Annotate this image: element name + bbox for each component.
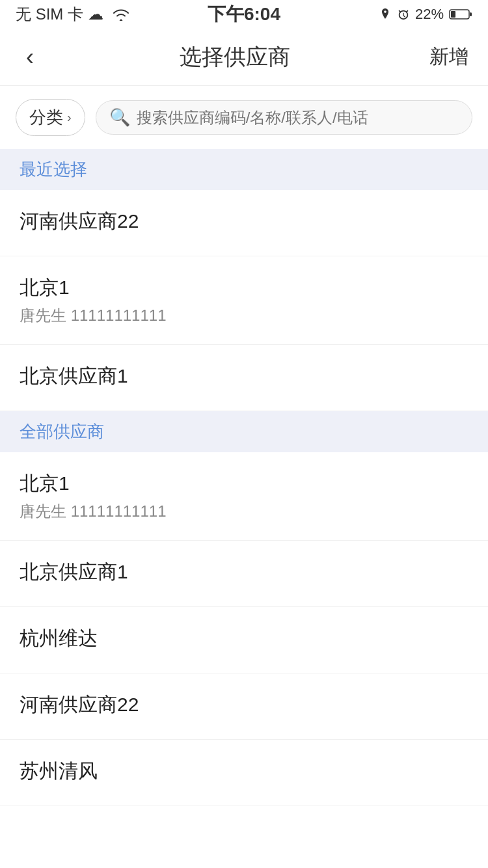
all-list-item[interactable]: 杭州维达 [0,607,488,673]
location-icon [379,7,392,21]
all-list-item[interactable]: 河南供应商22 [0,673,488,740]
recent-list-item[interactable]: 河南供应商22 [0,190,488,256]
nav-bar: ‹ 选择供应商 新增 [0,29,488,86]
svg-rect-2 [451,11,455,18]
item-name: 北京1 [20,470,468,497]
item-name: 苏州清风 [20,758,468,785]
filter-row: 分类 › 🔍 [0,86,488,149]
svg-rect-3 [470,12,472,16]
item-name: 北京1 [20,275,468,301]
all-list-item[interactable]: 苏州清风 [0,740,488,806]
all-section-label: 全部供应商 [20,422,104,441]
item-name: 河南供应商22 [20,208,468,235]
recent-section-label: 最近选择 [20,159,87,179]
add-button[interactable]: 新增 [429,44,468,70]
recent-list-item[interactable]: 北京1唐先生 11111111111 [0,256,488,345]
page-title: 选择供应商 [180,42,290,72]
item-sub: 唐先生 11111111111 [20,501,468,522]
status-bar: 无 SIM 卡 ☁ 下午6:04 22% [0,0,488,29]
search-box[interactable]: 🔍 [96,100,472,135]
alarm-icon [397,7,410,21]
status-right: 22% [379,6,472,23]
no-sim-text: 无 SIM 卡 ☁ [16,4,103,25]
battery-icon [449,8,472,20]
battery-text: 22% [415,6,444,23]
status-left: 无 SIM 卡 ☁ [16,4,131,25]
category-label: 分类 [29,106,63,129]
recent-list: 河南供应商22北京1唐先生 11111111111北京供应商1 [0,190,488,411]
all-suppliers-list: 北京1唐先生 11111111111北京供应商1杭州维达河南供应商22苏州清风 [0,452,488,806]
all-section-header: 全部供应商 [0,411,488,452]
item-name: 北京供应商1 [20,559,468,586]
recent-section-header: 最近选择 [0,149,488,190]
search-input[interactable] [137,109,459,127]
item-sub: 唐先生 11111111111 [20,305,468,326]
all-list-item[interactable]: 北京1唐先生 11111111111 [0,452,488,541]
chevron-right-icon: › [67,110,72,125]
item-name: 杭州维达 [20,625,468,652]
search-icon: 🔍 [109,107,130,128]
status-time: 下午6:04 [208,2,280,27]
category-filter[interactable]: 分类 › [16,99,85,136]
all-list-item[interactable]: 北京供应商1 [0,541,488,607]
item-name: 河南供应商22 [20,692,468,718]
wifi-icon [111,7,131,21]
back-button[interactable]: ‹ [20,37,40,77]
item-name: 北京供应商1 [20,363,468,390]
recent-list-item[interactable]: 北京供应商1 [0,345,488,411]
